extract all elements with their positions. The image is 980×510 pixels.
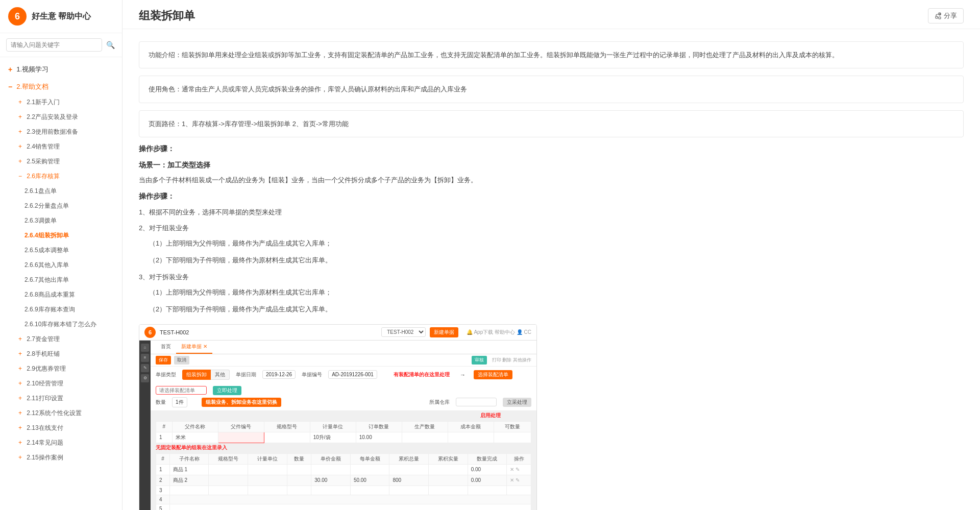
sidebar-item-video-learning[interactable]: + 1.视频学习	[0, 61, 122, 78]
plus-icon: +	[8, 65, 12, 74]
scenario1-title: 场景一：加工类型选择	[139, 161, 964, 170]
mock-annotation-enable: 启用处理	[156, 411, 531, 419]
sidebar-item-install[interactable]: + 2.2产品安装及登录	[0, 110, 122, 125]
mock-check-btn[interactable]: 立采处理	[503, 398, 531, 407]
mock-annotation-nofixed: 无固定装配单的组装在这里录入	[156, 444, 531, 451]
mock-warehouse-input[interactable]	[456, 398, 497, 406]
search-input[interactable]	[6, 38, 102, 52]
nav-section-1: + 1.视频学习	[0, 61, 122, 78]
scenario1-desc: 当由多个子件材料组装成一个成品的业务为【组装】业务，当由一个父件拆分成多个子产品…	[139, 174, 964, 187]
search-button[interactable]: 🔍	[105, 40, 116, 50]
mock-cell-parent-name: 米米	[172, 432, 218, 443]
mock-qty-val[interactable]: 1件	[172, 397, 187, 407]
mock-tab-new[interactable]: 新建单据 ✕	[176, 341, 212, 354]
main-content: 功能介绍：组装拆卸单用来处理企业组装或拆卸等加工业务，支持有固定装配清单的产品加…	[122, 29, 980, 510]
sidebar-item-cost-recalc[interactable]: 2.6.8商品成本重算	[0, 287, 122, 302]
sidebar-item-mobile[interactable]: + 2.8手机旺铺	[0, 347, 122, 361]
step2a: （1）上部明细为父件明细，最终作为产成品生成其它入库单；	[149, 237, 964, 250]
operations-section: 操作步骤： 场景一：加工类型选择 当由多个子件材料组装成一个成品的业务为【组装】…	[139, 144, 964, 510]
intro-text: 功能介绍：组装拆卸单用来处理企业组装或拆卸等加工业务，支持有固定装配清单的产品加…	[149, 51, 839, 59]
svg-rect-2	[939, 17, 941, 19]
sidebar-item-inventory-check[interactable]: 2.6.1盘点单	[0, 184, 122, 199]
mock-topbar: 6 TEST-H002 TEST-H002 新建单据 🔔 App下载 帮助中心 …	[139, 325, 536, 341]
logo-text: 好生意 帮助中心	[32, 11, 91, 22]
mock-tab-home[interactable]: 首页	[156, 341, 176, 354]
sidebar-item-faq[interactable]: + 2.14常见问题	[0, 435, 122, 450]
sidebar-item-purchase[interactable]: + 2.5采购管理	[0, 154, 122, 169]
sidebar-item-coupon[interactable]: + 2.9优惠券管理	[0, 361, 122, 376]
logo-icon: 6	[8, 7, 27, 26]
mock-date-val[interactable]: 2019-12-26	[262, 370, 296, 379]
mock-docno-val[interactable]: AD-20191226-001	[328, 370, 377, 379]
path-block: 页面路径：1、库存核算->库存管理->组装拆卸单 2、首页->常用功能	[139, 110, 964, 137]
sidebar-item-print[interactable]: + 2.11打印设置	[0, 391, 122, 406]
mock-orange-bar: 组装业务、拆卸业务在这里切换	[202, 398, 281, 407]
mock-approve-btn[interactable]: 审核	[472, 356, 487, 365]
mock-select-bom-btn[interactable]: 选择装配清单	[474, 370, 512, 379]
mock-child-col-done: 数量完成	[468, 453, 507, 464]
sidebar-item-finance[interactable]: + 2.7资金管理	[0, 332, 122, 347]
mock-orange-bar-text: 组装业务、拆卸业务在这里切换	[206, 399, 277, 405]
mock-side-home-icon[interactable]: ⌂	[141, 344, 149, 352]
mock-docno-label: 单据编号	[302, 371, 322, 378]
mock-side-settings-icon[interactable]: ⚙	[141, 374, 149, 382]
mock-company-select[interactable]: TEST-H002	[381, 327, 426, 337]
mock-other-btn[interactable]: 其他	[211, 370, 230, 380]
sidebar-item-data-prep[interactable]: + 2.3使用前数据准备	[0, 125, 122, 139]
sidebar-item-stock-error[interactable]: 2.6.10库存账本错了怎么办	[0, 317, 122, 332]
nav-sub-inventory: 2.6.1盘点单 2.6.2分量盘点单 2.6.3调拨单 2.6.4组装拆卸单 …	[0, 184, 122, 332]
mock-table-col-cost: 成本金额	[448, 421, 494, 432]
mock-child-col-name: 子件名称	[169, 453, 209, 464]
mock-child-col-price: 单价金额	[311, 453, 351, 464]
sidebar-item-label: 1.视频学习	[16, 65, 48, 74]
nav-section-2: − 2.帮助文档 + 2.1新手入门 + 2.2产品安装及登录 + 2.3使用前…	[0, 79, 122, 465]
mock-child-col-acc-real: 累积实量	[429, 453, 468, 464]
intro-block: 功能介绍：组装拆卸单用来处理企业组装或拆卸等加工业务，支持有固定装配清单的产品加…	[139, 41, 964, 68]
mock-child-col-unit: 计量单位	[248, 453, 287, 464]
sidebar-item-cost-adjust[interactable]: 2.6.5成本调整单	[0, 243, 122, 258]
mock-warehouse-label: 所属仓库	[429, 399, 450, 406]
mock-side-list-icon[interactable]: ≡	[141, 354, 149, 362]
sidebar-item-cases[interactable]: + 2.15操作案例	[0, 450, 122, 465]
sidebar: 6 好生意 帮助中心 🔍 + 1.视频学习 − 2.帮助文档 + 2.1新	[0, 0, 122, 510]
minus-icon: −	[8, 83, 12, 91]
mock-save-btn[interactable]: 保存	[156, 356, 171, 365]
step2: 2、对于组装业务	[139, 222, 964, 235]
sidebar-item-help-docs[interactable]: − 2.帮助文档	[0, 79, 122, 95]
mock-doctype-label: 单据类型	[156, 371, 176, 378]
mock-table-col-parent-code: 父件编号	[218, 421, 264, 432]
mock-assembly-btn[interactable]: 组装拆卸	[182, 370, 211, 380]
mock-cell-order-qty: 10.00	[356, 432, 402, 443]
sidebar-item-ops[interactable]: + 2.10经营管理	[0, 376, 122, 391]
sidebar-nav: + 1.视频学习 − 2.帮助文档 + 2.1新手入门 + 2.2产品安装及登录	[0, 57, 122, 510]
sidebar-item-beginner[interactable]: + 2.1新手入门	[0, 95, 122, 110]
mock-child-row-3: 3	[156, 485, 531, 495]
sidebar-item-other-out[interactable]: 2.6.7其他出库单	[0, 273, 122, 287]
sidebar-item-partial-check[interactable]: 2.6.2分量盘点单	[0, 199, 122, 213]
mock-side-edit-icon[interactable]: ✎	[141, 364, 149, 372]
mock-tabs: 首页 新建单据 ✕	[151, 341, 536, 354]
sidebar-item-other-in[interactable]: 2.6.6其他入库单	[0, 258, 122, 273]
mock-app: 6 TEST-H002 TEST-H002 新建单据 🔔 App下载 帮助中心 …	[139, 325, 536, 510]
share-button[interactable]: 分享	[928, 8, 964, 23]
mock-annotation2-area: 无固定装配单的组装在这里录入	[151, 444, 536, 451]
mock-child-row-4: 4	[156, 495, 531, 504]
sidebar-item-assembly[interactable]: 2.6.4组装拆卸单	[0, 228, 122, 243]
mock-table-col-prod-qty: 生产数量	[402, 421, 448, 432]
mock-bom-input[interactable]	[156, 386, 207, 395]
mock-form-row2: 数量 1件 组装业务、拆卸业务在这里切换 所属仓库 立采处理	[156, 397, 531, 407]
sidebar-item-sales[interactable]: + 2.4销售管理	[0, 139, 122, 154]
sidebar-item-payment[interactable]: + 2.13在线支付	[0, 421, 122, 435]
mock-new-doc-btn[interactable]: 新建单据	[430, 327, 458, 337]
mock-generate-btn[interactable]: 立即处理	[213, 386, 241, 395]
sidebar-item-transfer[interactable]: 2.6.3调拨单	[0, 213, 122, 228]
mock-child-row-5: 5	[156, 504, 531, 510]
ops-steps-title: 操作步骤：	[139, 192, 964, 201]
mock-sidebar-left: ⌂ ≡ ✎ ⚙	[139, 341, 151, 510]
mock-cancel-btn[interactable]: 取消	[174, 356, 189, 365]
sidebar-item-inventory[interactable]: − 2.6库存核算	[0, 169, 122, 184]
sidebar-item-customize[interactable]: + 2.12系统个性化设置	[0, 406, 122, 421]
step3: 3、对于拆装业务	[139, 271, 964, 284]
sidebar-item-stock-query[interactable]: 2.6.9库存账本查询	[0, 302, 122, 317]
step3a: （1）上部明细为父件明细，最终作为原材料生成其它出库单；	[149, 286, 964, 299]
